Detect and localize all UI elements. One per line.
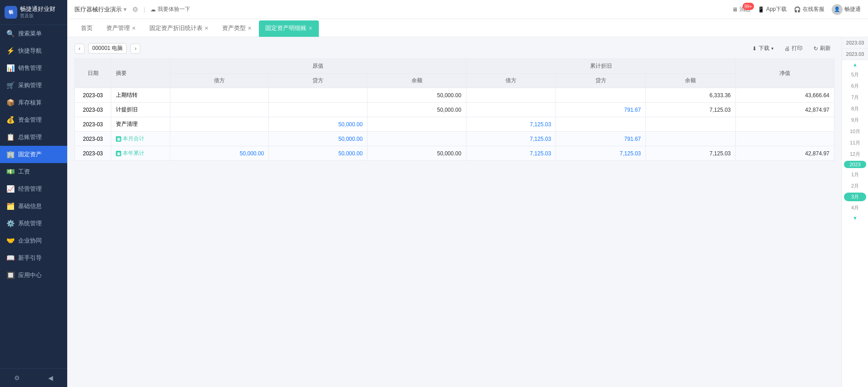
company-name: 医疗器械行业演示	[74, 5, 122, 14]
timeline-2[interactable]: 2月	[842, 180, 868, 192]
sidebar-nav: 🔍 搜索菜单 ⚡ 快捷导航 📊 销售管理 🛒 采购管理 📦 库存核算 💰 资金管…	[0, 25, 67, 368]
cell-date: 2023-03	[75, 132, 111, 146]
close-icon[interactable]: ✕	[248, 25, 252, 31]
header-accumulated: 累计折旧	[466, 59, 735, 74]
sidebar-item-label: 新手引导	[18, 254, 42, 262]
refresh-button[interactable]: ↻ 刷新	[810, 43, 834, 54]
message-button[interactable]: 🖥 消息 99+	[732, 5, 750, 13]
timeline-1[interactable]: 1月	[842, 169, 868, 180]
header-orig-credit: 贷方	[269, 74, 367, 88]
cell-accum-debit: 7,125.03	[466, 146, 556, 161]
cell-summary: 上期结转	[111, 88, 170, 103]
user-menu[interactable]: 👤 畅捷通	[832, 4, 861, 15]
timeline-5[interactable]: 5月	[842, 69, 868, 80]
service-button[interactable]: 🎧 在线客服	[794, 5, 824, 13]
timeline-11[interactable]: 11月	[842, 137, 868, 149]
download-button[interactable]: 📱 App下载	[758, 5, 787, 13]
cell-accum-balance	[646, 132, 736, 146]
header-orig-balance: 余额	[367, 74, 466, 88]
sidebar-item-ledger[interactable]: 📋 总账管理	[0, 129, 67, 146]
timeline-8[interactable]: 8月	[842, 103, 868, 114]
cell-orig-balance	[367, 132, 466, 146]
next-asset-button[interactable]: ›	[130, 44, 140, 54]
tab-asset-mgmt[interactable]: 资产管理 ✕	[100, 20, 142, 37]
timeline-down-button[interactable]: ▼	[842, 213, 868, 223]
sidebar-item-sales[interactable]: 📊 销售管理	[0, 60, 67, 77]
timeline-up-button[interactable]: ▲	[842, 60, 868, 69]
cell-date: 2023-03	[75, 146, 111, 161]
search-icon: 🔍	[6, 30, 15, 38]
sidebar-item-system[interactable]: ⚙️ 系统管理	[0, 215, 67, 232]
sidebar-item-purchase[interactable]: 🛒 采购管理	[0, 77, 67, 94]
tab-depreciation-stats[interactable]: 固定资产折旧统计表 ✕	[143, 20, 215, 37]
sidebar-item-operations[interactable]: 📈 经营管理	[0, 180, 67, 198]
tab-asset-detail[interactable]: 固定资产明细账 ✕	[259, 20, 319, 37]
cell-accum-debit: 7,125.03	[466, 117, 556, 132]
badge-icon: ▣本月合计	[116, 135, 144, 143]
settings-button[interactable]: ⚙	[10, 372, 24, 383]
timeline-12[interactable]: 12月	[842, 149, 868, 160]
header-date: 日期	[75, 59, 111, 88]
cell-orig-credit: 50,000.00	[269, 146, 367, 161]
cell-accum-debit	[466, 103, 556, 117]
headset-icon: 🎧	[794, 6, 801, 13]
timeline-7[interactable]: 7月	[842, 92, 868, 103]
cell-orig-credit: 50,000.00	[269, 117, 367, 132]
timeline-10[interactable]: 10月	[842, 126, 868, 137]
topbar: 医疗器械行业演示 ▾ ⚙ | ☁ 我要体验一下 🖥 消息 99+ 📱 App下载…	[67, 0, 868, 19]
logo-title: 畅捷通好业财	[20, 5, 55, 13]
cell-orig-credit: 50,000.00	[269, 132, 367, 146]
sidebar-item-label: 经营管理	[18, 185, 42, 193]
basic-icon: 🗂️	[6, 202, 15, 210]
cell-accum-credit: 7,125.03	[556, 146, 646, 161]
download-icon: ⬇	[752, 45, 757, 52]
cell-summary: 计提折旧	[111, 103, 170, 117]
timeline-3[interactable]: 3月	[844, 193, 866, 201]
cell-net-value: 42,874.97	[735, 146, 834, 161]
company-selector[interactable]: 医疗器械行业演示 ▾	[74, 5, 127, 14]
cell-summary: ▣本月合计	[111, 132, 170, 146]
cell-date: 2023-03	[75, 88, 111, 103]
sidebar-item-guide[interactable]: 📖 新手引导	[0, 249, 67, 267]
cell-accum-balance: 7,125.03	[646, 103, 736, 117]
content-main: ‹ 000001 电脑 › ⬇ 下载 ▾ 🖨	[67, 37, 842, 387]
sidebar-item-search[interactable]: 🔍 搜索菜单	[0, 25, 67, 42]
message-badge: 99+	[743, 3, 754, 10]
sidebar-item-label: 采购管理	[18, 81, 42, 89]
sidebar-item-salary[interactable]: 💵 工资	[0, 163, 67, 180]
prev-asset-button[interactable]: ‹	[74, 44, 84, 54]
timeline-6[interactable]: 6月	[842, 80, 868, 92]
message-icon: 🖥	[732, 6, 738, 13]
timeline-9[interactable]: 9月	[842, 114, 868, 126]
tab-asset-type[interactable]: 资产类型 ✕	[216, 20, 258, 37]
close-icon[interactable]: ✕	[308, 25, 312, 31]
sidebar-item-fixed[interactable]: 🏢 固定资产	[0, 146, 67, 163]
sidebar-item-apps[interactable]: 🔲 应用中心	[0, 267, 67, 284]
experience-button[interactable]: ☁ 我要体验一下	[150, 5, 190, 13]
collapse-button[interactable]: ◀	[45, 372, 57, 383]
cell-net-value: 42,874.97	[735, 103, 834, 117]
timeline-year-2023[interactable]: 2023	[844, 161, 866, 168]
tab-home[interactable]: 首页	[74, 20, 99, 37]
separator: |	[144, 6, 145, 13]
close-icon[interactable]: ✕	[204, 25, 208, 31]
sidebar-item-capital[interactable]: 💰 资金管理	[0, 111, 67, 129]
guide-icon: 📖	[6, 254, 15, 262]
operations-icon: 📈	[6, 185, 15, 193]
gear-icon[interactable]: ⚙	[132, 5, 138, 14]
sidebar-bottom: ⚙ ◀	[0, 368, 67, 387]
sidebar-item-inventory[interactable]: 📦 库存核算	[0, 94, 67, 111]
sidebar-item-label: 资金管理	[18, 116, 42, 124]
cell-accum-debit: 7,125.03	[466, 132, 556, 146]
download-button[interactable]: ⬇ 下载 ▾	[749, 43, 777, 54]
cell-net-value: 43,666.64	[735, 88, 834, 103]
sidebar-item-quicknav[interactable]: ⚡ 快捷导航	[0, 42, 67, 60]
print-button[interactable]: 🖨 打印	[781, 43, 806, 54]
timeline-4[interactable]: 4月	[842, 202, 868, 213]
cell-accum-balance: 6,333.36	[646, 88, 736, 103]
sidebar-item-basic[interactable]: 🗂️ 基础信息	[0, 198, 67, 215]
sidebar-item-collab[interactable]: 🤝 企业协同	[0, 232, 67, 249]
close-icon[interactable]: ✕	[132, 25, 136, 31]
sidebar-item-label: 搜索菜单	[18, 30, 42, 38]
cell-orig-debit	[170, 103, 269, 117]
